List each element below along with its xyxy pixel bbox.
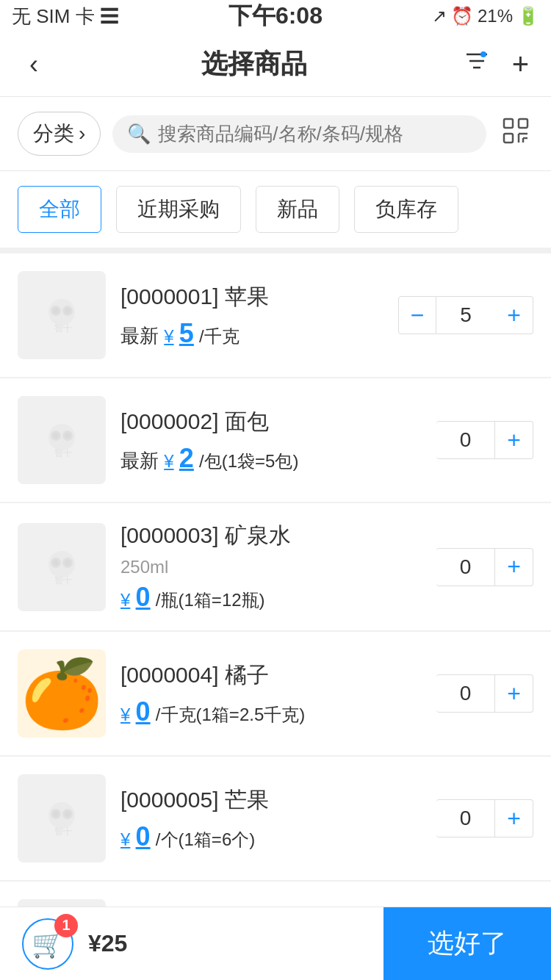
product-spec: 250ml xyxy=(120,557,422,577)
product-item: 智十 [0000001] 苹果 最新 ¥ 5 /千克 − + xyxy=(0,253,551,377)
svg-point-21 xyxy=(53,433,59,439)
category-button[interactable]: 分类 › xyxy=(18,112,101,156)
svg-point-37 xyxy=(54,819,69,826)
svg-text:智十: 智十 xyxy=(54,826,72,837)
cart-badge: 1 xyxy=(54,914,78,937)
location-icon: ↗ xyxy=(432,6,447,26)
cart-icon-wrap[interactable]: 🛒 1 xyxy=(22,918,73,970)
product-info: [0000002] 面包 最新 ¥ 2 /包(1袋=5包) xyxy=(120,407,422,474)
product-item: 🍊 [0000004] 橘子 ¥ 0 /千克(1箱=2.5千克) + xyxy=(0,632,551,755)
product-image: 智十 xyxy=(18,396,106,484)
svg-text:智十: 智十 xyxy=(54,323,72,334)
confirm-button[interactable]: 选好了 xyxy=(383,907,551,981)
scan-icon[interactable] xyxy=(498,116,533,151)
status-bar: 无 SIM 卡 ☰ 下午6:08 ↗ ⏰ 21% 🔋 xyxy=(0,0,551,32)
svg-rect-4 xyxy=(504,119,513,128)
cart-section: 🛒 1 ¥25 xyxy=(0,918,149,970)
quantity-control: + xyxy=(436,548,533,586)
tab-recent[interactable]: 近期采购 xyxy=(116,186,241,233)
alarm-icon: ⏰ xyxy=(451,6,473,26)
product-name: [0000002] 面包 xyxy=(120,407,422,437)
placeholder-logo: 智十 xyxy=(38,292,85,339)
tab-all[interactable]: 全部 xyxy=(18,186,101,233)
quantity-control: + xyxy=(436,799,533,837)
quantity-control: + xyxy=(436,674,533,713)
product-name: [0000003] 矿泉水 xyxy=(120,521,422,551)
search-input[interactable] xyxy=(158,123,472,145)
svg-point-22 xyxy=(65,433,71,439)
svg-text:智十: 智十 xyxy=(54,575,72,586)
svg-point-28 xyxy=(53,560,59,566)
product-list: 智十 [0000001] 苹果 最新 ¥ 5 /千克 − + xyxy=(0,253,551,980)
product-image: 🍊 xyxy=(18,649,106,738)
product-item: 智十 [0000005] 芒果 ¥ 0 /个(1箱=6个) + xyxy=(0,757,551,880)
product-name: [0000005] 芒果 xyxy=(120,785,422,815)
product-info: [0000001] 苹果 最新 ¥ 5 /千克 xyxy=(120,282,383,349)
search-icon: 🔍 xyxy=(127,123,151,145)
product-image: 智十 xyxy=(18,523,106,611)
svg-rect-6 xyxy=(519,119,527,128)
product-info: [0000004] 橘子 ¥ 0 /千克(1箱=2.5千克) xyxy=(120,660,422,727)
product-info: [0000005] 芒果 ¥ 0 /个(1箱=6个) xyxy=(120,785,422,852)
cart-total: ¥25 xyxy=(88,930,127,957)
svg-point-15 xyxy=(65,308,71,314)
product-item: 智十 [0000002] 面包 最新 ¥ 2 /包(1袋=5包) + xyxy=(0,378,551,502)
nav-right-actions: + xyxy=(464,48,529,81)
quantity-increase-button[interactable]: + xyxy=(495,421,533,459)
page-title: 选择商品 xyxy=(201,46,307,82)
quantity-control: + xyxy=(436,421,533,459)
placeholder-logo: 智十 xyxy=(38,544,85,591)
product-price: ¥ 0 /千克(1箱=2.5千克) xyxy=(120,696,422,727)
quantity-input[interactable] xyxy=(436,421,495,459)
product-price: ¥ 0 /瓶(1箱=12瓶) xyxy=(120,582,422,613)
quantity-increase-button[interactable]: + xyxy=(495,799,533,837)
bottom-bar: 🛒 1 ¥25 选好了 xyxy=(0,907,551,980)
status-right: ↗ ⏰ 21% 🔋 xyxy=(432,6,539,26)
search-bar-area: 分类 › 🔍 xyxy=(0,97,551,171)
svg-text:智十: 智十 xyxy=(54,448,72,458)
product-name: [0000001] 苹果 xyxy=(120,282,383,312)
filter-icon[interactable] xyxy=(464,48,490,81)
svg-point-29 xyxy=(65,560,71,566)
quantity-increase-button[interactable]: + xyxy=(495,548,533,586)
nav-bar: ‹ 选择商品 + xyxy=(0,32,551,97)
quantity-increase-button[interactable]: + xyxy=(495,296,533,334)
category-label: 分类 xyxy=(33,120,74,148)
product-price: ¥ 0 /个(1箱=6个) xyxy=(120,821,422,852)
svg-point-16 xyxy=(54,316,69,323)
tab-negative[interactable]: 负库存 xyxy=(354,186,458,233)
product-item: 智十 [0000003] 矿泉水 250ml ¥ 0 /瓶(1箱=12瓶) + xyxy=(0,503,551,630)
svg-rect-5 xyxy=(504,134,513,143)
quantity-decrease-button[interactable]: − xyxy=(398,296,436,334)
quantity-input[interactable] xyxy=(436,674,495,713)
svg-point-14 xyxy=(53,308,59,314)
quantity-input[interactable] xyxy=(436,799,495,837)
status-time: 下午6:08 xyxy=(228,0,323,32)
category-chevron: › xyxy=(79,122,85,145)
product-price: 最新 ¥ 5 /千克 xyxy=(120,318,383,349)
svg-point-36 xyxy=(65,811,71,817)
product-price: 最新 ¥ 2 /包(1袋=5包) xyxy=(120,443,422,474)
placeholder-logo: 智十 xyxy=(38,417,85,464)
product-image: 智十 xyxy=(18,271,106,359)
status-carrier: 无 SIM 卡 ☰ xyxy=(12,4,119,29)
search-input-wrap: 🔍 xyxy=(112,115,486,153)
svg-point-30 xyxy=(54,568,69,575)
tab-new[interactable]: 新品 xyxy=(256,186,339,233)
battery-icon: 🔋 xyxy=(517,6,539,26)
placeholder-logo: 智十 xyxy=(38,795,85,842)
quantity-input[interactable] xyxy=(436,296,495,334)
product-image: 智十 xyxy=(18,774,106,862)
svg-point-23 xyxy=(54,441,69,448)
svg-point-3 xyxy=(480,51,486,57)
quantity-control: − + xyxy=(398,296,533,334)
svg-point-35 xyxy=(53,811,59,817)
quantity-input[interactable] xyxy=(436,548,495,586)
back-button[interactable]: ‹ xyxy=(22,42,46,87)
tabs-area: 全部 近期采购 新品 负库存 xyxy=(0,171,551,253)
product-info: [0000003] 矿泉水 250ml ¥ 0 /瓶(1箱=12瓶) xyxy=(120,521,422,613)
battery-text: 21% xyxy=(478,6,513,26)
quantity-increase-button[interactable]: + xyxy=(495,674,533,713)
add-button[interactable]: + xyxy=(512,48,529,81)
product-name: [0000004] 橘子 xyxy=(120,660,422,691)
